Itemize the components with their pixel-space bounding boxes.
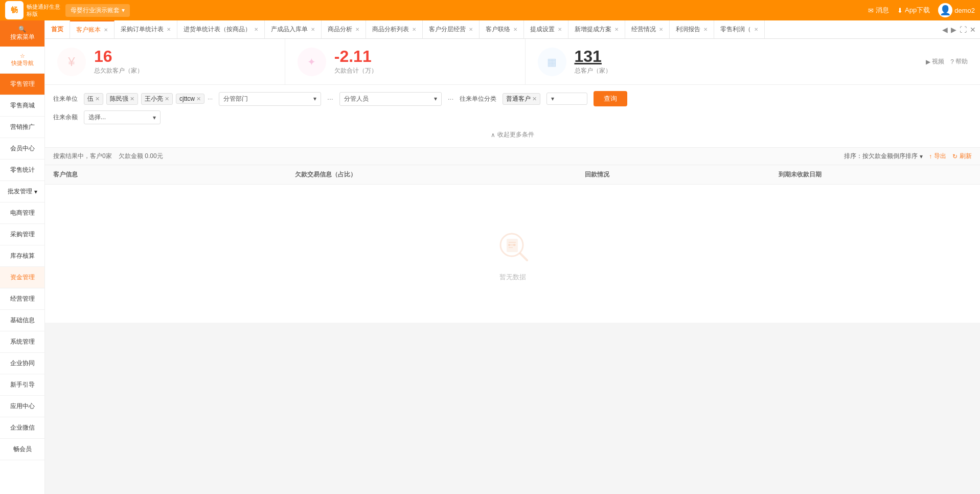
sidebar-item-wholesale[interactable]: 批发管理 ▾ xyxy=(0,181,44,203)
tab-close-icon[interactable]: ✕ xyxy=(412,27,416,32)
sidebar-item-system[interactable]: 系统管理 xyxy=(0,331,44,353)
filter-tag-close-icon[interactable]: ✕ xyxy=(165,96,169,102)
filter-tag-common-customer[interactable]: 普通客户 ✕ xyxy=(503,93,540,105)
filter-unit-label: 往来单位 xyxy=(53,95,78,103)
sidebar-item-app-center[interactable]: 应用中心 xyxy=(0,396,44,417)
filter-person-more[interactable]: ··· xyxy=(448,95,454,103)
tab-close-icon[interactable]: ✕ xyxy=(754,27,758,32)
tab-product-analysis-list[interactable]: 商品分析列表 ✕ xyxy=(366,20,423,38)
filter-dept-select[interactable]: 分管部门 ▾ xyxy=(219,92,321,106)
collapse-more-conditions[interactable]: ∧ 收起更多条件 xyxy=(53,128,972,141)
filter-tag-close-icon[interactable]: ✕ xyxy=(532,96,537,102)
sidebar-search[interactable]: 🔍 搜索菜单 xyxy=(0,20,44,47)
table-container: 客户信息 欠款交易信息（占比） 回款情况 到期未收款日期 xyxy=(45,165,980,323)
filter-area: 往来单位 伍 ✕ 陈民强 ✕ 王小亮 xyxy=(45,85,980,148)
video-help-button[interactable]: ▶ 视频 xyxy=(926,57,944,66)
stat-total-customers: ▦ 131 总客户（家） ▶ 视频 ? 帮助 xyxy=(526,39,981,84)
stat-total-owe-amount: ✦ -2.11 欠款合计（万） xyxy=(285,39,526,84)
tab-bar-actions: ◀ ▶ ⛶ ✕ xyxy=(938,26,980,34)
refresh-icon: ↻ xyxy=(952,153,958,160)
tab-customer-account[interactable]: 客户账本 ✕ xyxy=(70,20,115,38)
message-button[interactable]: ✉ 消息 xyxy=(868,6,889,15)
sort-label: 排序：按欠款金额倒序排序 xyxy=(844,152,918,161)
refresh-button[interactable]: ↻ 刷新 xyxy=(952,152,972,161)
tab-close-icon[interactable]: ✕ xyxy=(104,27,108,33)
filter-tag-close-icon[interactable]: ✕ xyxy=(130,96,134,102)
stat-label-total-customers: 总客户（家） xyxy=(575,66,611,75)
tab-product-inbound[interactable]: 产成品入库单 ✕ xyxy=(265,20,322,38)
filter-more-tags[interactable]: ··· xyxy=(208,95,213,102)
sidebar-item-retail[interactable]: 零售管理 xyxy=(0,74,44,95)
sidebar-item-operation[interactable]: 经营管理 xyxy=(0,288,44,310)
filter-tag-cjttcw[interactable]: cjttcw ✕ xyxy=(176,94,204,104)
tab-product-analysis[interactable]: 商品分析 ✕ xyxy=(322,20,366,38)
filter-person-select[interactable]: 分管人员 ▾ xyxy=(339,92,442,106)
tab-customer-contact[interactable]: 客户联络 ✕ xyxy=(480,20,524,38)
filter-unit-class-select[interactable]: ▾ xyxy=(546,93,587,105)
tab-add-commission[interactable]: 新增提成方案 ✕ xyxy=(568,20,625,38)
filter-tag-wu[interactable]: 伍 ✕ xyxy=(84,93,103,105)
sidebar-item-enterprise[interactable]: 企业协同 xyxy=(0,353,44,374)
tab-purchase-stats[interactable]: 进货单统计表（按商品） ✕ xyxy=(177,20,265,38)
tab-close-icon[interactable]: ✕ xyxy=(469,27,473,32)
sort-selector[interactable]: 排序：按欠款金额倒序排序 ▾ xyxy=(844,152,923,161)
export-button[interactable]: ↑ 导出 xyxy=(929,152,946,161)
help-button[interactable]: ? 帮助 xyxy=(950,57,968,66)
sidebar-item-vip[interactable]: 畅会员 xyxy=(0,439,44,460)
tab-scroll-right-icon[interactable]: ▶ xyxy=(951,26,956,34)
tab-commission-settings[interactable]: 提成设置 ✕ xyxy=(524,20,568,38)
top-right: ✉ 消息 ⬇ App下载 👤 demo2 xyxy=(868,3,975,17)
filter-balance-select[interactable]: 选择... ▾ xyxy=(84,110,161,124)
filter-unit-class-label: 往来单位分类 xyxy=(460,95,496,103)
sidebar-item-finance[interactable]: 资金管理 xyxy=(0,267,44,288)
tab-retail-profit[interactable]: 零售利润（ ✕ xyxy=(714,20,765,38)
tab-customer-layer[interactable]: 客户分层经营 ✕ xyxy=(423,20,480,38)
filter-tag-wang[interactable]: 王小亮 ✕ xyxy=(141,93,173,105)
tab-operations[interactable]: 经营情况 ✕ xyxy=(625,20,670,38)
tab-close-all-icon[interactable]: ✕ xyxy=(970,26,976,34)
sidebar-item-wechat[interactable]: 企业微信 xyxy=(0,417,44,439)
filter-tag-chen[interactable]: 陈民强 ✕ xyxy=(106,93,138,105)
tab-close-icon[interactable]: ✕ xyxy=(254,27,258,32)
tab-bar: 首页 客户账本 ✕ 采购订单统计表 ✕ 进货单统计表（按商品） ✕ 产成品入库单… xyxy=(45,20,980,39)
table-col-header-owe: 欠款交易信息（占比） xyxy=(295,170,585,179)
sidebar-item-inventory[interactable]: 库存核算 xyxy=(0,245,44,267)
tab-close-icon[interactable]: ✕ xyxy=(614,27,619,32)
stat-label-owe-amount: 欠款合计（万） xyxy=(334,66,377,75)
stat-icon-amount: ✦ xyxy=(298,48,326,76)
user-menu[interactable]: 👤 demo2 xyxy=(938,3,975,17)
tab-close-icon[interactable]: ✕ xyxy=(659,27,663,32)
tab-close-icon[interactable]: ✕ xyxy=(355,27,359,32)
tab-home[interactable]: 首页 xyxy=(45,20,70,38)
sidebar-item-member[interactable]: 会员中心 xyxy=(0,138,44,160)
sidebar-item-retail-stats[interactable]: 零售统计 xyxy=(0,160,44,181)
tab-profit-report[interactable]: 利润报告 ✕ xyxy=(670,20,714,38)
store-selector[interactable]: 母婴行业演示账套 ▾ xyxy=(65,4,130,17)
logo-area: 畅 畅捷通好生意 标版 xyxy=(5,1,60,19)
sidebar-item-guide[interactable]: 新手引导 xyxy=(0,374,44,396)
tab-close-icon[interactable]: ✕ xyxy=(558,27,562,32)
sidebar-item-basic-info[interactable]: 基础信息 xyxy=(0,310,44,331)
tab-close-icon[interactable]: ✕ xyxy=(311,27,315,32)
filter-row-2: 往来余额 选择... ▾ xyxy=(53,110,972,124)
sidebar-item-ecommerce[interactable]: 电商管理 xyxy=(0,203,44,224)
table-header: 客户信息 欠款交易信息（占比） 回款情况 到期未收款日期 xyxy=(45,165,980,185)
sidebar-item-quick-nav[interactable]: ☆ 快捷导航 xyxy=(0,47,44,74)
sidebar-item-purchase[interactable]: 采购管理 xyxy=(0,224,44,245)
svg-point-7 xyxy=(513,244,515,246)
sidebar-item-retail-shop[interactable]: 零售商城 xyxy=(0,95,44,117)
filter-tag-close-icon[interactable]: ✕ xyxy=(95,96,100,102)
tab-scroll-left-icon[interactable]: ◀ xyxy=(942,26,948,34)
top-bar: 畅 畅捷通好生意 标版 母婴行业演示账套 ▾ ✉ 消息 ⬇ App下载 👤 xyxy=(0,0,980,20)
tab-close-icon[interactable]: ✕ xyxy=(167,27,171,32)
query-button[interactable]: 查询 xyxy=(594,91,627,106)
filter-tag-close-icon[interactable]: ✕ xyxy=(196,96,201,102)
avatar: 👤 xyxy=(938,3,952,17)
tab-purchase-order[interactable]: 采购订单统计表 ✕ xyxy=(115,20,177,38)
sidebar-item-marketing[interactable]: 营销推广 xyxy=(0,117,44,138)
app-download-button[interactable]: ⬇ App下载 xyxy=(897,6,930,15)
tab-close-icon[interactable]: ✕ xyxy=(703,27,708,32)
filter-dept-more[interactable]: ··· xyxy=(327,95,333,103)
tab-maximize-icon[interactable]: ⛶ xyxy=(960,26,967,34)
tab-close-icon[interactable]: ✕ xyxy=(513,27,517,32)
